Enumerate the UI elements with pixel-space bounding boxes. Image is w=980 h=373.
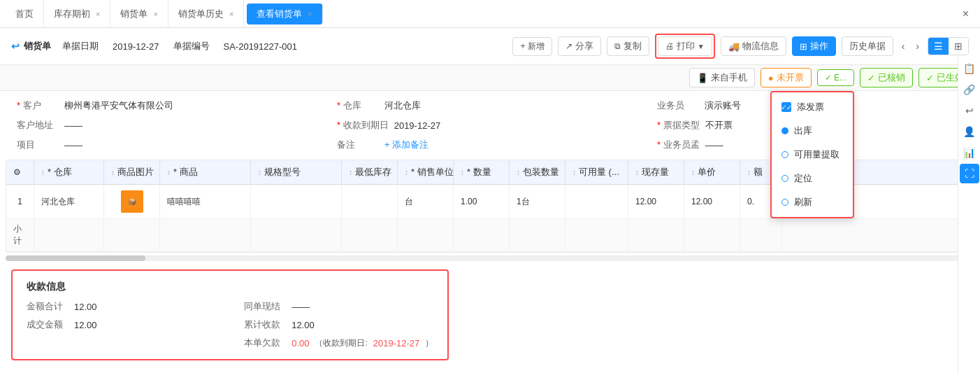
list-view-btn[interactable]: ☰	[928, 38, 949, 55]
tab-inventory-init-close[interactable]: ×	[96, 10, 100, 18]
price-sort-icon: ↕	[691, 169, 695, 176]
sidebar-print-icon[interactable]: 📋	[960, 59, 979, 78]
available-sort-icon: ↕	[572, 169, 576, 176]
locate-icon	[781, 175, 788, 182]
verified-badge[interactable]: ✓ 已核销	[860, 68, 913, 87]
dropdown-outbound[interactable]: 出库	[772, 119, 853, 143]
sidebar-user-icon[interactable]: 👤	[960, 122, 979, 141]
col-spec-header: ↕ 规格型号	[251, 160, 342, 184]
this-order-item: 本单欠款 0.00 （收款到期日: 2019-12-27 ）	[244, 337, 433, 349]
nav-prev[interactable]: ‹	[899, 38, 908, 55]
col-image-header: ↕ 商品图片	[104, 160, 160, 184]
locate-label: 定位	[794, 172, 812, 185]
tab-sales-order-close[interactable]: ×	[153, 10, 157, 18]
row-current: 12.00	[628, 185, 684, 218]
main-content: ↩ 销货单 单据日期 2019-12-27 单据编号 SA-20191227-0…	[0, 28, 980, 373]
subtotal-pack	[510, 219, 565, 251]
print-icon: 🖨	[665, 41, 674, 51]
warehouse-row: 仓库 河北仓库	[337, 99, 643, 112]
col-available-header: ↕ 可用量 (...	[565, 160, 628, 184]
due-note-end: ）	[425, 337, 433, 349]
col-pack-header: ↕ 包装数量	[510, 160, 565, 184]
tab-sales-order[interactable]: 销货单 ×	[110, 0, 168, 28]
nav-next[interactable]: ›	[913, 38, 922, 55]
row-no: 1	[6, 185, 34, 218]
dropdown-refresh[interactable]: 刷新	[772, 190, 853, 214]
product-img: 📦	[121, 190, 143, 213]
address-row: 客户地址 ——	[17, 119, 323, 132]
cumulative-item: 累计收款 12.00	[244, 318, 433, 331]
copy-button[interactable]: ⧉ 复制	[607, 36, 649, 56]
spec-sort-icon: ↕	[258, 169, 261, 176]
subtotal-product	[160, 219, 251, 251]
view-toggle: ☰ ⊞	[928, 37, 969, 55]
notes-row: 备注 + 添加备注	[337, 139, 643, 151]
tab-view-sales-close[interactable]: ×	[308, 10, 312, 18]
from-phone-button[interactable]: 📱 来自手机	[689, 68, 755, 87]
number-value: SA-20191227-001	[224, 41, 298, 52]
address-label: 客户地址	[17, 119, 59, 132]
subtotal-spec	[251, 219, 342, 251]
print-button[interactable]: 🖨 打印 ▼	[658, 36, 712, 56]
unit-sort-icon: ↕	[405, 169, 408, 176]
qty-sort-icon: ↕	[461, 169, 464, 176]
tab-sales-history-close[interactable]: ×	[229, 10, 233, 18]
scrollbar-thumb[interactable]	[6, 255, 145, 261]
total-value: 12.00	[74, 302, 97, 312]
col-current-header: ↕ 现存量	[628, 160, 684, 184]
tab-sales-history[interactable]: 销货单历史 ×	[168, 0, 244, 28]
add-invoice-icon: ✓	[781, 102, 791, 112]
tab-inventory-init[interactable]: 库存期初 ×	[44, 0, 110, 28]
tab-view-sales[interactable]: 查看销货单 ×	[247, 3, 322, 24]
due-date-row: 收款到期日 2019-12-27	[337, 119, 643, 132]
ticket-label: 票据类型	[657, 119, 700, 132]
total-label: 金额合计	[27, 300, 69, 313]
row-product: 嘻嘻嘻嘻	[160, 185, 251, 218]
same-order-item: 同单现结 ——	[244, 300, 433, 313]
not-opened-icon: ●	[768, 73, 774, 83]
tab-bar: 首页 库存期初 × 销货单 × 销货单历史 × 查看销货单 × ×	[0, 0, 980, 28]
employee-label: 业务员	[657, 99, 699, 112]
subtotal-price	[684, 219, 740, 251]
dropdown-available-qty[interactable]: 可用量提取	[772, 143, 853, 167]
checkmark-button[interactable]: ✓ E...	[817, 69, 854, 86]
total-item: 金额合计 12.00	[27, 300, 216, 313]
sidebar-expand-icon[interactable]: ⛶	[960, 164, 979, 183]
number-label: 单据编号	[173, 40, 210, 52]
col-product-header: ↕ * 商品	[160, 160, 251, 184]
date-value: 2019-12-27	[113, 41, 159, 52]
operation-button[interactable]: ⊞ 操作	[792, 36, 836, 56]
sidebar-link-icon[interactable]: 🔗	[960, 80, 979, 99]
doc-meta: 单据日期 2019-12-27 单据编号 SA-20191227-001	[62, 40, 297, 52]
phone-icon: 📱	[697, 73, 708, 83]
new-button[interactable]: + 新增	[512, 37, 552, 56]
logistics-button[interactable]: 🚚 物流信息	[721, 36, 786, 56]
cumulative-value: 12.00	[291, 320, 315, 330]
warehouse-sort-icon: ↕	[41, 169, 45, 176]
refresh-label: 刷新	[794, 196, 812, 209]
project-row: 项目 ——	[17, 139, 323, 151]
project-value: ——	[64, 140, 82, 150]
empty-cell	[27, 337, 216, 349]
tab-home[interactable]: 首页	[6, 0, 44, 28]
subtotal-image	[104, 219, 160, 251]
copy-icon: ⧉	[614, 41, 621, 51]
col-warehouse-header: ↕ * 仓库	[34, 160, 104, 184]
amount-sort-icon: ↕	[747, 169, 751, 176]
transaction-label: 成交金额	[27, 318, 69, 331]
dropdown-locate[interactable]: 定位	[772, 167, 853, 190]
sidebar-chart-icon[interactable]: 📊	[960, 143, 979, 162]
col-qty-header: ↕ * 数量	[454, 160, 510, 184]
dropdown-add-invoice[interactable]: ✓ 添发票	[772, 95, 853, 119]
sidebar-return-icon[interactable]: ↩	[960, 101, 979, 120]
history-button[interactable]: 历史单据	[842, 36, 893, 56]
add-notes-link[interactable]: + 添加备注	[384, 139, 428, 151]
grid-view-btn[interactable]: ⊞	[949, 38, 968, 55]
window-close-button[interactable]: ×	[957, 8, 974, 20]
outbound-label: 出库	[794, 125, 812, 137]
horizontal-scrollbar[interactable]	[6, 255, 974, 261]
share-button[interactable]: ↗ 分享	[558, 36, 601, 56]
due-date-value: 2019-12-27	[373, 338, 420, 349]
not-opened-button[interactable]: ● 未开票	[761, 68, 812, 87]
available-qty-icon	[781, 151, 788, 158]
